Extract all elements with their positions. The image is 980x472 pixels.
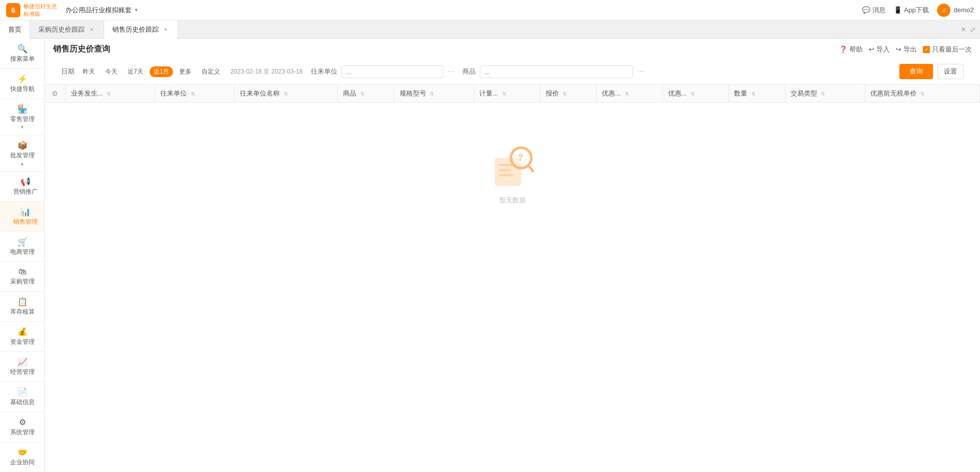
date-chip-7days[interactable]: 近7天: [124, 66, 148, 77]
col-discount2[interactable]: 优惠... ⇅: [663, 85, 729, 103]
filter-row: 日期 昨天 今天 近7天 近1月 更多 自定义 2023-02-18 至 202…: [53, 60, 972, 84]
avatar-initial: d: [942, 7, 945, 13]
download-button[interactable]: 📱 App下载: [894, 6, 929, 15]
date-chip-yesterday[interactable]: 昨天: [79, 66, 99, 77]
col-pre-tax-price[interactable]: 优惠前无税单价 ⇅: [865, 85, 979, 103]
col-unit[interactable]: 计量... ⇅: [474, 85, 541, 103]
wholesale-arrow-icon: ▲: [20, 161, 24, 166]
date-label: 日期: [61, 67, 75, 76]
quick-nav-icon: ⚡: [17, 74, 28, 84]
tab-sales-history[interactable]: 销售历史价跟踪 ×: [104, 20, 178, 39]
logo-text: 畅捷信好生意 标准版: [23, 3, 57, 17]
date-chip-more[interactable]: 更多: [175, 66, 195, 77]
tab-sales-label: 销售历史价跟踪: [112, 25, 159, 34]
sidebar-item-purchase[interactable]: 🛍 采购管理: [0, 262, 44, 292]
data-table: ⚙ 业务发生... ⇅ 往来单位 ⇅ 往来单位名称 ⇅: [45, 85, 980, 103]
partner-label: 往来单位: [311, 67, 337, 76]
import-button[interactable]: ↩ 导入: [869, 45, 890, 54]
message-icon: 💬: [862, 6, 870, 14]
col-spec[interactable]: 规格型号 ⇅: [394, 85, 474, 103]
partner-search-icon[interactable]: ···: [448, 67, 454, 76]
help-button[interactable]: ❓ 帮助: [839, 45, 863, 54]
sidebar-sales-label: 销售管理: [13, 218, 38, 226]
col-trade-type[interactable]: 交易类型 ⇅: [785, 85, 865, 103]
top-header: 6 畅捷信好生意 标准版 办公用品行业模拟账套 ▼ 💬 消息 📱 App下载 d…: [0, 0, 980, 20]
page-header: 销售历史价查询 ❓ 帮助 ↩ 导入 ↪ 导出 ✓: [45, 39, 980, 85]
col-product[interactable]: 商品 ⇅: [338, 85, 394, 103]
settings-button[interactable]: 设置: [937, 64, 964, 79]
tab-close-all-icon[interactable]: ×: [961, 25, 966, 34]
dropdown-icon: ▼: [134, 7, 139, 13]
content-area: 销售历史价查询 ❓ 帮助 ↩ 导入 ↪ 导出 ✓: [45, 39, 980, 472]
only-last-checkbox[interactable]: ✓ 只看最后一次: [923, 45, 972, 54]
product-filter-group: 商品 ···: [462, 65, 644, 78]
col-qty[interactable]: 数量 ⇅: [729, 85, 785, 103]
download-icon: 📱: [894, 6, 902, 14]
sort-unit: ⇅: [502, 91, 506, 97]
col-partner-name[interactable]: 往来单位名称 ⇅: [235, 85, 338, 103]
user-area[interactable]: d demo2: [937, 4, 974, 17]
sidebar-item-search[interactable]: 🔍 搜索菜单: [0, 39, 44, 69]
only-last-label: 只看最后一次: [932, 45, 972, 54]
product-input[interactable]: [480, 65, 633, 78]
sidebar-item-inventory[interactable]: 📋 库存核算: [0, 292, 44, 322]
tab-purchase-close[interactable]: ×: [88, 25, 95, 34]
sidebar-item-marketing[interactable]: 📢 营销推广: [0, 172, 44, 202]
sidebar-item-ecommerce[interactable]: 🛒 电商管理: [0, 232, 44, 262]
col-settings[interactable]: ⚙: [45, 85, 65, 103]
sidebar-ecommerce-label: 电商管理: [10, 248, 35, 256]
sidebar-item-basic-info[interactable]: 📄 基础信息: [0, 382, 44, 412]
date-chip-custom[interactable]: 自定义: [198, 66, 224, 77]
sidebar-marketing-label: 营销推广: [13, 187, 38, 196]
help-icon: ❓: [839, 45, 847, 53]
logo-area: 6 畅捷信好生意 标准版: [6, 3, 57, 17]
download-label: App下载: [904, 6, 929, 15]
table-settings-icon[interactable]: ⚙: [52, 89, 58, 98]
tab-purchase-history[interactable]: 采购历史价跟踪 ×: [30, 20, 104, 39]
sidebar-item-quick-nav[interactable]: ⚡ 快捷导航: [0, 69, 44, 99]
main-layout: 🔍 搜索菜单 ⚡ 快捷导航 🏪 零售管理 ▼ 📦 批发管理 ▲ 📢 营销推广 📊…: [0, 39, 980, 472]
sidebar-item-enterprise[interactable]: 🤝 企业协同: [0, 442, 44, 472]
sort-spec: ⇅: [430, 91, 434, 97]
tab-sales-close[interactable]: ×: [162, 25, 169, 34]
sort-qty: ⇅: [751, 91, 755, 97]
svg-text:?: ?: [518, 153, 523, 162]
message-button[interactable]: 💬 消息: [862, 6, 886, 15]
header-left: 6 畅捷信好生意 标准版 办公用品行业模拟账套 ▼: [6, 3, 143, 17]
sort-discount1: ⇅: [625, 91, 629, 97]
col-partner-code[interactable]: 往来单位 ⇅: [155, 85, 234, 103]
sort-pre-tax-price: ⇅: [920, 91, 924, 97]
sidebar-item-sales[interactable]: 📊 销售管理: [0, 202, 44, 232]
retail-arrow-icon: ▼: [20, 125, 24, 130]
sort-product: ⇅: [360, 91, 364, 97]
col-discount1[interactable]: 优惠... ⇅: [597, 85, 663, 103]
tab-home[interactable]: 首页: [0, 20, 30, 39]
sidebar-operations-label: 经营管理: [10, 368, 35, 376]
partner-input[interactable]: [341, 65, 444, 78]
import-icon: ↩: [869, 45, 874, 53]
sidebar-item-retail[interactable]: 🏪 零售管理 ▼: [0, 99, 44, 135]
app-selector[interactable]: 办公用品行业模拟账套 ▼: [61, 4, 143, 17]
export-button[interactable]: ↪ 导出: [896, 45, 917, 54]
empty-icon: ?: [489, 144, 535, 190]
query-button[interactable]: 查询: [899, 64, 933, 79]
date-filter-group: 日期 昨天 今天 近7天 近1月 更多 自定义 2023-02-18 至 202…: [61, 66, 303, 77]
table-header-row: ⚙ 业务发生... ⇅ 往来单位 ⇅ 往来单位名称 ⇅: [45, 85, 980, 103]
enterprise-icon: 🤝: [17, 447, 28, 457]
sidebar-item-finance[interactable]: 💰 资金管理: [0, 322, 44, 352]
logo-char: 6: [11, 6, 15, 14]
product-label: 商品: [462, 67, 476, 76]
tab-expand-icon[interactable]: ⤢: [970, 26, 976, 34]
col-biz-date[interactable]: 业务发生... ⇅: [65, 85, 155, 103]
col-price[interactable]: 报价 ⇅: [540, 85, 596, 103]
product-search-icon[interactable]: ···: [637, 67, 644, 76]
date-chip-1month[interactable]: 近1月: [150, 66, 174, 77]
sidebar-purchase-label: 采购管理: [10, 277, 35, 286]
user-avatar: d: [937, 4, 950, 17]
sidebar-item-wholesale[interactable]: 📦 批发管理 ▲: [0, 135, 44, 172]
sidebar-item-operations[interactable]: 📈 经营管理: [0, 352, 44, 382]
sidebar-item-system[interactable]: ⚙ 系统管理: [0, 412, 44, 442]
message-label: 消息: [872, 6, 886, 15]
date-chip-today[interactable]: 今天: [101, 66, 121, 77]
wholesale-icon: 📦: [17, 140, 28, 150]
